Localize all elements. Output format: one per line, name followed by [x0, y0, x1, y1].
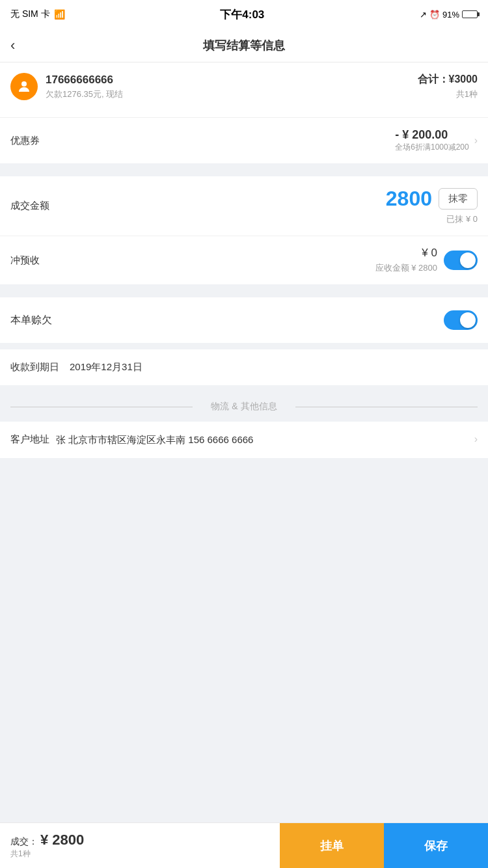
- nav-bar: ‹ 填写结算等信息: [0, 29, 488, 62]
- battery-icon: [462, 10, 478, 18]
- credit-toggle[interactable]: [444, 310, 478, 330]
- status-time: 下午4:03: [220, 7, 264, 22]
- prepay-note: 应收金额 ¥ 2800: [375, 262, 437, 274]
- credit-row: 本单赊欠: [0, 297, 488, 343]
- gps-icon: ↗: [420, 10, 427, 20]
- address-chevron-icon: ›: [474, 432, 478, 445]
- credit-label: 本单赊欠: [10, 314, 52, 327]
- coupon-description: 全场6折满1000减200: [395, 142, 468, 153]
- address-label: 客户地址: [10, 432, 56, 446]
- wifi-icon: 📶: [54, 9, 65, 20]
- erased-amount: 已抹 ¥ 0: [446, 213, 478, 225]
- address-value: 张 北京市市辖区海淀区永丰南 156 6666 6666: [56, 432, 474, 448]
- customer-debt: 欠款1276.35元, 现结: [46, 88, 123, 100]
- customer-row: 17666666666 欠款1276.35元, 现结 合计：¥3000 共1种: [0, 62, 488, 111]
- prepay-toggle[interactable]: [444, 251, 478, 270]
- coupon-chevron-icon: ›: [474, 135, 478, 146]
- bottom-bar: 成交： ¥ 2800 共1种 挂单 保存: [0, 822, 488, 868]
- status-bar: 无 SIM 卡 📶 下午4:03 ↗ ⏰ 91%: [0, 0, 488, 29]
- content: 17666666666 欠款1276.35元, 现结 合计：¥3000 共1种 …: [0, 62, 488, 647]
- prepay-value-wrap: ¥ 0 应收金额 ¥ 2800: [375, 247, 478, 274]
- section-divider-1: [0, 170, 488, 176]
- customer-card: 17666666666 欠款1276.35元, 现结 合计：¥3000 共1种 …: [0, 62, 488, 163]
- deal-amount-label: 成交金额: [10, 200, 62, 212]
- save-button[interactable]: 保存: [384, 823, 488, 868]
- round-zero-button[interactable]: 抹零: [439, 188, 478, 210]
- logistics-line-left: [10, 407, 193, 407]
- deal-amount-number: 2800: [386, 187, 432, 211]
- section-divider-2: [0, 291, 488, 297]
- prepay-right: ¥ 0 应收金额 ¥ 2800: [375, 247, 437, 274]
- carrier-label: 无 SIM 卡: [10, 8, 50, 20]
- customer-left: 17666666666 欠款1276.35元, 现结: [10, 73, 123, 100]
- customer-info: 17666666666 欠款1276.35元, 现结: [46, 74, 123, 100]
- summary-amount: ¥ 2800: [40, 832, 84, 848]
- prepay-amount: ¥ 0: [422, 247, 437, 260]
- logistics-line-right: [295, 407, 478, 407]
- status-right: ↗ ⏰ 91%: [420, 10, 478, 20]
- coupon-discount: - ¥ 200.00: [395, 128, 468, 142]
- hang-order-label: 挂单: [320, 838, 344, 854]
- bottom-summary: 成交： ¥ 2800 共1种: [0, 823, 280, 868]
- summary-label: 成交：: [10, 836, 38, 848]
- summary-count: 共1种: [10, 848, 269, 860]
- coupon-label: 优惠券: [10, 135, 40, 147]
- deal-amount-wrap: 2800 抹零 已抹 ¥ 0: [386, 187, 478, 225]
- deal-amount-value: 2800 抹零 已抹 ¥ 0: [386, 187, 478, 225]
- empty-area: [0, 465, 488, 595]
- status-left: 无 SIM 卡 📶: [10, 8, 65, 20]
- deal-amount-row: 成交金额 2800 抹零 已抹 ¥ 0: [0, 176, 488, 236]
- page-title: 填写结算等信息: [203, 38, 285, 53]
- back-button[interactable]: ‹: [10, 37, 15, 54]
- prepay-row: 冲预收 ¥ 0 应收金额 ¥ 2800: [0, 236, 488, 284]
- due-date-row: 收款到期日 2019年12月31日: [0, 349, 488, 385]
- svg-point-0: [21, 81, 27, 87]
- customer-phone: 17666666666: [46, 74, 123, 87]
- hang-order-button[interactable]: 挂单: [280, 823, 384, 868]
- logistics-divider: 物流 & 其他信息: [0, 392, 488, 422]
- customer-right: 合计：¥3000 共1种: [418, 73, 478, 100]
- deal-amount-section: 成交金额 2800 抹零 已抹 ¥ 0 冲预收 ¥ 0 应收金额 ¥ 2800: [0, 176, 488, 284]
- alarm-icon: ⏰: [429, 10, 440, 20]
- due-date-value: 2019年12月31日: [70, 361, 142, 373]
- battery-percentage: 91%: [442, 10, 459, 20]
- prepay-label: 冲预收: [10, 254, 62, 267]
- coupon-right: - ¥ 200.00 全场6折满1000减200 ›: [395, 128, 478, 153]
- order-total: 合计：¥3000: [418, 73, 478, 87]
- credit-section: 本单赊欠: [0, 297, 488, 343]
- save-label: 保存: [424, 838, 448, 854]
- due-date-label: 收款到期日: [10, 361, 59, 373]
- coupon-row[interactable]: 优惠券 - ¥ 200.00 全场6折满1000减200 ›: [0, 117, 488, 163]
- order-count: 共1种: [418, 88, 478, 100]
- coupon-info: - ¥ 200.00 全场6折满1000减200: [395, 128, 468, 153]
- address-row[interactable]: 客户地址 张 北京市市辖区海淀区永丰南 156 6666 6666 ›: [0, 422, 488, 458]
- logistics-label: 物流 & 其他信息: [211, 401, 277, 413]
- avatar: [10, 73, 38, 100]
